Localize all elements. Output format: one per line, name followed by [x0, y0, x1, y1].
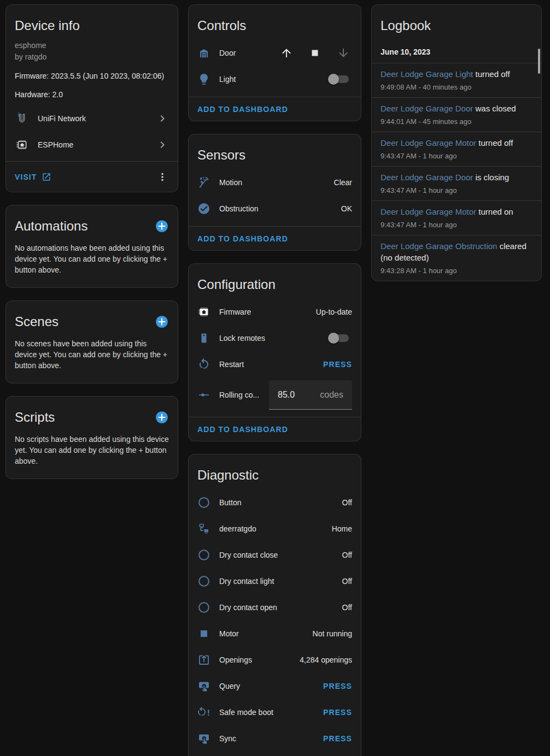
- light-toggle[interactable]: [330, 75, 349, 83]
- firmware-chip-icon: [197, 305, 210, 318]
- lock-remotes-label: Lock remotes: [219, 334, 321, 342]
- entity-link[interactable]: Deer Lodge Garage Door: [381, 104, 473, 113]
- row-value: Not running: [313, 629, 352, 638]
- controls-title: Controls: [189, 5, 361, 39]
- circle-outline-icon: [197, 601, 210, 614]
- deerratgdo-row[interactable]: deerratgdo Home: [189, 516, 361, 542]
- rolling-code-row[interactable]: Rolling co... 85.0 codes: [189, 377, 361, 412]
- motion-row[interactable]: Motion Clear: [189, 169, 361, 196]
- add-script-button[interactable]: [155, 410, 169, 424]
- dry-contact-light-row[interactable]: Dry contact light Off: [189, 568, 361, 594]
- openings-row[interactable]: Openings 4,284 openings: [189, 647, 361, 673]
- door-open-button[interactable]: [280, 46, 293, 60]
- obstruction-label: Obstruction: [219, 204, 332, 213]
- square-icon: [197, 627, 210, 640]
- automations-title: Automations: [15, 218, 87, 234]
- restart-press-button[interactable]: PRESS: [323, 360, 352, 369]
- plus-circle-icon: [155, 410, 169, 424]
- rolling-code-unit: codes: [320, 390, 343, 400]
- circle-outline-icon: [197, 548, 210, 562]
- obstruction-row[interactable]: Obstruction OK: [189, 196, 361, 222]
- configuration-card: Configuration F: [188, 263, 361, 441]
- entry-action: turned off: [478, 138, 513, 147]
- safe-mode-boot-press-button[interactable]: PRESS: [323, 708, 352, 717]
- entity-link[interactable]: Deer Lodge Garage Motor: [381, 207, 476, 216]
- door-stop-button[interactable]: [308, 46, 321, 60]
- sync-press-button[interactable]: PRESS: [323, 734, 352, 743]
- firmware-row[interactable]: Firmware Up-to-date: [189, 299, 361, 325]
- arrow-up-box-icon: [197, 653, 210, 666]
- device-hardware: Hardware: 2.0: [15, 89, 169, 100]
- entity-link[interactable]: Deer Lodge Garage Obstruction: [381, 241, 497, 251]
- firmware-label: Firmware: [219, 308, 307, 316]
- restart-row[interactable]: Restart PRESS: [189, 351, 361, 377]
- configuration-add-to-dashboard-button[interactable]: ADD TO DASHBOARD: [197, 425, 288, 434]
- entity-link[interactable]: Deer Lodge Garage Light: [381, 69, 473, 79]
- door-row[interactable]: Door: [189, 40, 361, 66]
- logbook-card: Logbook June 10, 2023 Deer Lodge Garage …: [371, 4, 542, 281]
- rolling-code-input[interactable]: 85.0 codes: [269, 380, 352, 410]
- logbook-entry: Deer Lodge Garage Motor turned on 9:43:4…: [372, 200, 541, 235]
- query-row[interactable]: Query PRESS: [189, 673, 361, 699]
- row-label: deerratgdo: [219, 524, 323, 533]
- entry-time: 9:43:47 AM - 1 hour ago: [381, 185, 533, 196]
- unifi-logo-icon: [15, 111, 29, 126]
- integration-name: UniFi Network: [38, 114, 147, 123]
- check-circle-icon: [197, 202, 210, 215]
- gesture-tap-icon: [197, 732, 210, 745]
- row-label: Dry contact close: [219, 551, 333, 559]
- sensors-add-to-dashboard-button[interactable]: ADD TO DASHBOARD: [197, 234, 288, 243]
- lock-remotes-toggle[interactable]: [330, 334, 349, 342]
- integration-row-esphome[interactable]: ESPHome: [6, 132, 178, 158]
- sync-row[interactable]: Sync PRESS: [189, 725, 361, 752]
- scripts-empty-text: No scripts have been added using this de…: [6, 428, 178, 479]
- more-menu-button[interactable]: [154, 168, 171, 186]
- entry-action: was closed: [475, 104, 516, 113]
- gesture-tap-icon: [197, 680, 210, 693]
- light-row[interactable]: Light: [189, 66, 361, 92]
- door-label: Door: [219, 49, 271, 57]
- logbook-entry: Deer Lodge Garage Light turned off 9:49:…: [372, 63, 541, 97]
- visit-label: VISIT: [15, 173, 37, 181]
- right-column: Logbook June 10, 2023 Deer Lodge Garage …: [371, 4, 542, 281]
- logbook-entry: Deer Lodge Garage Obstruction cleared (n…: [372, 235, 541, 281]
- query-press-button[interactable]: PRESS: [323, 682, 352, 690]
- dry-contact-open-row[interactable]: Dry contact open Off: [189, 594, 361, 621]
- chevron-right-icon: [156, 112, 169, 125]
- toggle-knob: [328, 333, 339, 344]
- integration-name: ESPHome: [38, 140, 147, 149]
- device-info-actions: VISIT: [6, 161, 178, 192]
- entry-time: 9:43:47 AM - 1 hour ago: [381, 150, 533, 162]
- logbook-scrollbar-thumb[interactable]: [538, 49, 540, 74]
- cover-buttons: [280, 46, 350, 60]
- safe-mode-boot-row[interactable]: Safe mode boot PRESS: [189, 699, 361, 725]
- plus-circle-icon: [155, 219, 169, 233]
- row-value: 4,284 openings: [300, 655, 352, 664]
- logbook-date-header: June 10, 2023: [372, 39, 541, 63]
- door-close-button[interactable]: [337, 46, 350, 60]
- dry-contact-close-row[interactable]: Dry contact close Off: [189, 542, 361, 568]
- visit-button[interactable]: VISIT: [15, 172, 51, 182]
- row-label: Openings: [219, 655, 291, 664]
- automations-empty-text: No automations have been added using thi…: [6, 237, 178, 287]
- scripts-card: Scripts No scripts have been added using…: [5, 396, 178, 479]
- button-row[interactable]: Button Off: [189, 489, 361, 516]
- integration-row-unifi[interactable]: UniFi Network: [6, 105, 178, 132]
- controls-add-to-dashboard-button[interactable]: ADD TO DASHBOARD: [197, 105, 288, 114]
- row-value: Home: [332, 524, 352, 533]
- entry-action: is closing: [475, 173, 509, 182]
- motor-row[interactable]: Motor Not running: [189, 621, 361, 647]
- open-in-new-icon: [42, 172, 51, 182]
- chevron-right-icon: [156, 138, 169, 151]
- entity-link[interactable]: Deer Lodge Garage Motor: [381, 138, 476, 147]
- row-label: Motor: [219, 629, 304, 638]
- restart-icon: [197, 358, 210, 371]
- add-scene-button[interactable]: [155, 315, 169, 329]
- entity-link[interactable]: Deer Lodge Garage Door: [381, 173, 473, 182]
- middle-column: Controls Door: [188, 4, 361, 756]
- entry-action: turned off: [475, 69, 510, 79]
- add-automation-button[interactable]: [155, 219, 169, 233]
- esphome-logo-icon: [15, 138, 29, 152]
- entry-time: 9:43:47 AM - 1 hour ago: [381, 219, 533, 231]
- lock-remotes-row[interactable]: Lock remotes: [189, 325, 361, 351]
